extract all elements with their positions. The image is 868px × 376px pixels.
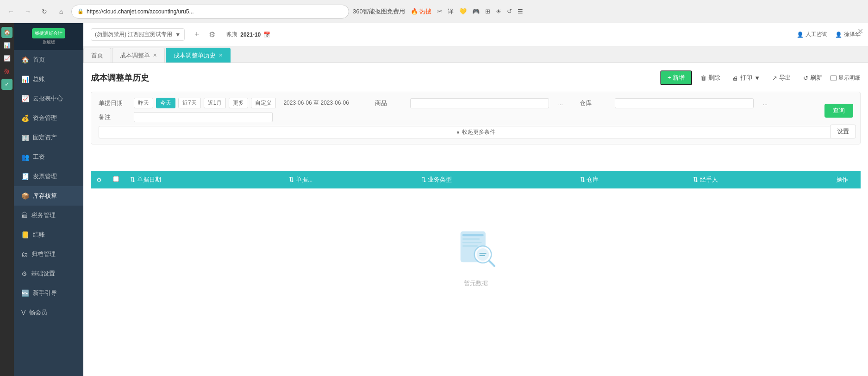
rail-icon-reports[interactable]: 📈 xyxy=(1,53,12,64)
sidebar-logo: 畅捷通好会计 旗舰版 xyxy=(14,23,83,50)
address-bar[interactable]: 🔒 https://cloud.chanjet.com/accounting/u… xyxy=(71,5,349,19)
archive-menu-icon: 🗂 xyxy=(21,251,28,258)
sidebar-item-invoice[interactable]: 🧾 发票管理 xyxy=(14,167,83,186)
window-close-button[interactable]: ✕ xyxy=(857,27,863,36)
query-button[interactable]: 查询 xyxy=(824,104,853,118)
rail-icon-weibo[interactable]: 微 xyxy=(1,66,12,77)
col-settings[interactable]: ⚙ xyxy=(91,171,107,188)
sidebar-item-assets[interactable]: 🏢 固定资产 xyxy=(14,128,83,147)
col-handler-label: ⇅ 经手人 xyxy=(693,176,718,183)
fire-icon: 🔥 热搜 xyxy=(411,7,432,16)
user-profile-button[interactable]: 👤 徐泽华 xyxy=(835,31,861,38)
avatar-icon: 👤 xyxy=(835,31,842,38)
sidebar-item-ledger[interactable]: 📊 总账 xyxy=(14,69,83,89)
empty-text: 暂元数据 xyxy=(464,279,488,288)
col-handler[interactable]: ⇅ 经手人 xyxy=(687,171,824,188)
export-button[interactable]: ↗ 导出 xyxy=(768,72,795,84)
sidebar-item-tax[interactable]: 🏛 税务管理 xyxy=(14,206,83,225)
col-date-label: ⇅ 单据日期 xyxy=(130,176,161,183)
svg-line-7 xyxy=(489,261,494,266)
company-selector[interactable]: (勿删勿禁用) 江西服宝测试专用 ▼ xyxy=(91,28,185,41)
home-button[interactable]: ⌂ xyxy=(55,5,68,18)
rail-icon-home[interactable]: 🏠 xyxy=(1,27,12,38)
sidebar-item-closing[interactable]: 📒 结账 xyxy=(14,225,83,244)
cloudreport-menu-icon: 📈 xyxy=(21,95,29,102)
col-biztype[interactable]: ⇅ 业务类型 xyxy=(416,171,575,188)
col-actions: 操作 xyxy=(824,171,861,188)
svg-rect-2 xyxy=(462,238,480,240)
sidebar-item-guide[interactable]: 🆕 新手引导 xyxy=(14,283,83,303)
tabs-bar: 首页 成本调整单 ✕ 成本调整单历史 ✕ xyxy=(83,46,868,63)
sidebar-item-finance[interactable]: 💰 资金管理 xyxy=(14,108,83,128)
col-number[interactable]: ⇅ 单据... xyxy=(283,171,416,188)
refresh-button[interactable]: ↺ 刷新 xyxy=(799,72,826,84)
scissors-icon: ✂ xyxy=(437,8,442,15)
print-button[interactable]: 🖨 打印 ▼ xyxy=(729,72,764,84)
brightness-icon: ☀ xyxy=(496,8,501,15)
table-settings-icon[interactable]: ⚙ xyxy=(96,176,102,183)
export-icon: ↗ xyxy=(772,75,777,81)
settings-icon[interactable]: ⚙ xyxy=(209,30,215,39)
col-date[interactable]: ⇅ 单据日期 xyxy=(125,171,283,188)
back-button[interactable]: ← xyxy=(5,5,18,18)
tab-cost-adjust-history-close[interactable]: ✕ xyxy=(219,52,223,58)
tab-cost-adjust[interactable]: 成本调整单 ✕ xyxy=(112,48,165,63)
period-label: 账期 xyxy=(226,31,237,38)
title-actions: + 新增 🗑 删除 🖨 打印 ▼ ↗ 导出 ↺ xyxy=(660,70,861,85)
sidebar-item-payroll[interactable]: 👥 工资 xyxy=(14,147,83,167)
guide-menu-icon: 🆕 xyxy=(21,289,29,297)
tab-cost-adjust-history[interactable]: 成本调整单历史 ✕ xyxy=(166,48,231,63)
sidebar-item-archive[interactable]: 🗂 归档管理 xyxy=(14,244,83,264)
period-info: 账期 2021-10 📅 xyxy=(226,31,270,38)
sidebar-item-home[interactable]: 🏠 首页 xyxy=(14,50,83,69)
col-warehouse-label: ⇅ 仓库 xyxy=(580,176,599,183)
table-container: ⚙ ⇅ 单据日期 ⇅ 单据... xyxy=(91,171,861,325)
search-extension: 360智能抠图免费用 xyxy=(353,7,405,16)
col-checkbox[interactable] xyxy=(107,171,125,188)
finance-menu-icon: 💰 xyxy=(21,114,29,122)
translate-icon: 译 xyxy=(448,7,454,16)
service-icon: 👤 xyxy=(797,31,804,38)
assets-menu-icon: 🏢 xyxy=(21,134,29,141)
forward-button[interactable]: → xyxy=(21,5,34,18)
top-bar-right: 👤 人工咨询 👤 徐泽华 xyxy=(797,31,861,38)
rail-icon-accounts[interactable]: 📊 xyxy=(1,40,12,51)
new-button[interactable]: + 新增 xyxy=(660,70,692,85)
coin-icon: 💛 xyxy=(459,8,467,15)
browser-toolbar-right: 360智能抠图免费用 🔥 热搜 ✂ 译 💛 🎮 ⊞ ☀ ↺ ☰ xyxy=(353,7,523,16)
rail-icon-active[interactable]: ✓ xyxy=(1,79,12,90)
tab-cost-adjust-close[interactable]: ✕ xyxy=(153,52,157,58)
col-number-label: ⇅ 单据... xyxy=(289,176,312,183)
delete-button[interactable]: 🗑 删除 xyxy=(697,72,724,84)
sidebar-item-settings[interactable]: ⚙ 基础设置 xyxy=(14,264,83,283)
sidebar-item-cloudreport[interactable]: 📈 云报表中心 xyxy=(14,89,83,108)
app-layout: 🏠 📊 📈 微 ✓ 畅捷通好会计 旗舰版 🏠 首页 📊 总账 xyxy=(0,23,868,376)
show-detail-label[interactable]: 显示明细 xyxy=(831,74,861,82)
table-header: ⚙ ⇅ 单据日期 ⇅ 单据... xyxy=(91,171,861,188)
col-biztype-label: ⇅ 业务类型 xyxy=(421,176,452,183)
sidebar-menu: 🏠 首页 📊 总账 📈 云报表中心 💰 资金管理 🏢 固定资产 👥 工资 xyxy=(14,50,83,376)
inventory-menu-icon: 📦 xyxy=(21,192,29,200)
data-table: ⚙ ⇅ 单据日期 ⇅ 单据... xyxy=(91,171,861,188)
print-dropdown-icon: ▼ xyxy=(754,75,760,81)
grid-icon: ⊞ xyxy=(485,8,490,15)
add-tab-button[interactable]: + xyxy=(190,28,203,41)
col-warehouse[interactable]: ⇅ 仓库 xyxy=(575,171,688,188)
tab-home-label: 首页 xyxy=(91,51,103,60)
reload-button[interactable]: ↻ xyxy=(38,5,51,18)
page-body: 成本调整单历史 + 新增 🗑 删除 🖨 打印 ▼ ↗ 导出 xyxy=(83,63,868,376)
show-detail-checkbox[interactable] xyxy=(831,75,837,81)
sidebar-item-vip[interactable]: V 畅会员 xyxy=(14,303,83,322)
ledger-menu-icon: 📊 xyxy=(21,75,29,83)
select-all-checkbox[interactable] xyxy=(113,176,119,182)
tax-menu-icon: 🏛 xyxy=(21,212,28,219)
settings-menu-icon: ⚙ xyxy=(21,270,27,277)
settings-filter-button[interactable]: 设置 xyxy=(830,125,856,138)
tab-home[interactable]: 首页 xyxy=(83,48,111,63)
sidebar-item-inventory[interactable]: 📦 库存核算 xyxy=(14,186,83,206)
calendar-icon[interactable]: 📅 xyxy=(263,31,270,38)
empty-svg xyxy=(453,226,499,272)
url-text: https://cloud.chanjet.com/accounting/uru… xyxy=(87,8,194,15)
refresh-icon: ↺ xyxy=(803,75,808,81)
customer-service-button[interactable]: 👤 人工咨询 xyxy=(797,31,828,38)
